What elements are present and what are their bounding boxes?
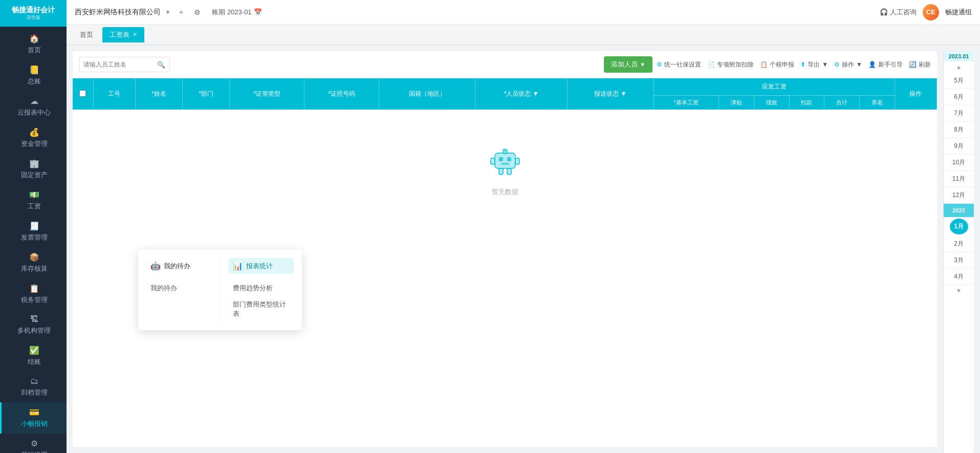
cloud-icon: ☁ (30, 96, 38, 106)
popup-item-dept-expense[interactable]: 部门费用类型统计表 (229, 296, 294, 322)
social-insurance-btn[interactable]: ⚙ 统一社保设置 (657, 60, 701, 69)
sidebar-item-fixed-assets[interactable]: 🏢 固定资产 (0, 154, 67, 185)
guide-action-icon: 👤 (868, 61, 876, 68)
sidebar-item-tax[interactable]: 📋 税务管理 (0, 278, 67, 310)
header-status: *人员状态 ▼ (475, 78, 567, 110)
header-report-status: 报送状态 ▼ (567, 78, 654, 110)
period-display: 账期 2023-01 📅 (212, 8, 262, 17)
sidebar-item-invoice[interactable]: 🧾 发票管理 (0, 216, 67, 247)
new-guide-btn[interactable]: 👤 新手引导 (868, 60, 903, 69)
header-cert-no: *证照号码 (304, 78, 379, 110)
tab-payroll-close-icon[interactable]: ✕ (133, 31, 137, 38)
cal-month-1-active[interactable]: 1月 (950, 219, 968, 235)
add-person-button[interactable]: 添加人员 ▼ (604, 56, 652, 73)
sidebar-item-settlement[interactable]: ✅ 结账 (0, 340, 67, 372)
settings-btn[interactable]: ⚙ (191, 6, 204, 18)
header-cert-type: *证管类型 (230, 78, 304, 110)
payroll-table: 工号 *姓名 *部门 *证管类型 *证照号码 国籍（地区） *人员状态 ▼ 报送… (73, 78, 937, 110)
sidebar-item-multi-org[interactable]: 🏗 多机构管理 (0, 310, 67, 340)
ledger-icon: 📒 (29, 65, 39, 75)
search-icon[interactable]: 🔍 (157, 61, 165, 69)
new-guide-label: 新手引导 (878, 60, 903, 69)
calendar-icon[interactable]: 📅 (254, 8, 262, 16)
service-btn[interactable]: 🎧 人工咨询 (880, 8, 917, 17)
company-dropdown-icon[interactable]: ▼ (165, 9, 171, 16)
user-avatar[interactable]: CE (923, 4, 939, 20)
cal-month-5[interactable]: 5月 (944, 73, 974, 89)
individual-tax-btn[interactable]: 📋 个税申报 (760, 60, 794, 69)
add-company-btn[interactable]: ＋ (175, 6, 187, 18)
svg-rect-0 (495, 153, 515, 168)
cal-month-12[interactable]: 12月 (944, 187, 974, 204)
main-area: 西安虾米网络科技有限公司 ▼ ＋ ⚙ 账期 2023-01 📅 🎧 人工咨询 C… (67, 0, 980, 453)
popup-todolist-label: 我的待办 (164, 262, 190, 271)
cal-month-9[interactable]: 9月 (944, 138, 974, 155)
assets-icon: 🏢 (29, 159, 39, 168)
sub-header-bonus: 绩效 (754, 96, 789, 110)
cal-month-7[interactable]: 7月 (944, 105, 974, 122)
tab-home[interactable]: 首页 (73, 27, 100, 42)
cal-month-8[interactable]: 8月 (944, 122, 974, 138)
content-area: 🔍 添加人员 ▼ ⚙ 统一社保设置 📄 专项附加扣除 (67, 45, 980, 453)
archive-icon: 🗂 (30, 377, 38, 386)
calendar-down-btn[interactable]: ▼ (944, 285, 974, 296)
tax-deduct-btn[interactable]: 📄 专项附加扣除 (707, 60, 754, 69)
table-header-row: 工号 *姓名 *部门 *证管类型 *证照号码 国籍（地区） *人员状态 ▼ 报送… (73, 78, 937, 96)
sidebar-item-ledger[interactable]: 📒 总账 (0, 60, 67, 91)
cal-month-10[interactable]: 10月 (944, 155, 974, 171)
inventory-icon: 📦 (29, 252, 39, 262)
table-container: 🔍 添加人员 ▼ ⚙ 统一社保设置 📄 专项附加扣除 (73, 51, 937, 447)
export-btn[interactable]: ⬆ 导出 ▼ (800, 60, 828, 69)
svg-rect-3 (501, 163, 509, 165)
sidebar-label-assets: 固定资产 (21, 170, 48, 180)
header-nationality: 国籍（地区） (379, 78, 475, 110)
calendar-header: 2023.01 (944, 51, 974, 61)
search-input[interactable] (83, 61, 155, 68)
sidebar-label-archive: 归档管理 (21, 388, 48, 397)
calendar-panel: 2023.01 ▲ 5月 6月 7月 8月 9月 10月 11月 12月 202… (943, 51, 974, 453)
table-toolbar: 🔍 添加人员 ▼ ⚙ 统一社保设置 📄 专项附加扣除 (73, 51, 937, 78)
cal-month-3[interactable]: 3月 (944, 252, 974, 269)
status-filter-icon[interactable]: ▼ (533, 90, 539, 97)
sidebar-label-org: 多机构管理 (17, 326, 51, 335)
add-btn-label: 添加人员 (611, 60, 638, 69)
popup-title-todolist: 🤖 我的待办 (146, 258, 212, 274)
operation-btn[interactable]: ⚙ 操作 ▼ (834, 60, 862, 69)
sidebar-item-archive[interactable]: 🗂 归档管理 (0, 372, 67, 402)
sidebar-item-expense[interactable]: 💳 小畅报销 (0, 402, 67, 434)
settlement-icon: ✅ (29, 346, 39, 355)
headset-icon: 🎧 (880, 8, 888, 16)
cal-year-2023: 2023 (944, 204, 974, 218)
cal-month-2[interactable]: 2月 (944, 236, 974, 252)
header-checkbox[interactable] (73, 78, 93, 110)
tab-payroll[interactable]: 工资表 ✕ (102, 27, 144, 42)
svg-rect-9 (507, 168, 511, 175)
refresh-btn[interactable]: 🔄 刷新 (909, 60, 931, 69)
sidebar-label-inventory: 库存核算 (21, 264, 48, 273)
svg-rect-6 (491, 158, 495, 164)
individual-tax-label: 个税申报 (770, 60, 794, 69)
svg-rect-7 (515, 158, 519, 164)
cal-month-11[interactable]: 11月 (944, 171, 974, 187)
calendar-up-btn[interactable]: ▲ (944, 61, 974, 73)
svg-rect-8 (499, 168, 503, 175)
select-all-checkbox[interactable] (79, 90, 86, 97)
expense-icon: 💳 (29, 407, 39, 417)
sidebar-item-fund[interactable]: 💰 资金管理 (0, 122, 67, 154)
sidebar-item-settings[interactable]: ⚙ 基础设置 (0, 434, 67, 453)
sidebar-item-cloud-report[interactable]: ☁ 云报表中心 (0, 91, 67, 122)
report-filter-icon[interactable]: ▼ (621, 90, 627, 97)
sidebar-label-cloud: 云报表中心 (17, 108, 51, 117)
sidebar-item-home[interactable]: 🏠 首页 (0, 29, 67, 60)
popup-item-my-todo[interactable]: 我的待办 (146, 280, 212, 296)
sidebar-item-inventory[interactable]: 📦 库存核算 (0, 247, 67, 278)
sidebar-label-settlement: 结账 (28, 357, 41, 366)
tax-icon: 📋 (29, 284, 39, 293)
cal-month-6[interactable]: 6月 (944, 89, 974, 105)
cal-month-4[interactable]: 4月 (944, 269, 974, 285)
sidebar-item-payroll[interactable]: 💵 工资 (0, 185, 67, 216)
operation-dropdown-icon: ▼ (856, 61, 862, 68)
tab-payroll-label: 工资表 (110, 30, 129, 39)
popup-item-expense-trend[interactable]: 费用趋势分析 (229, 280, 294, 296)
operation-icon: ⚙ (834, 61, 840, 68)
